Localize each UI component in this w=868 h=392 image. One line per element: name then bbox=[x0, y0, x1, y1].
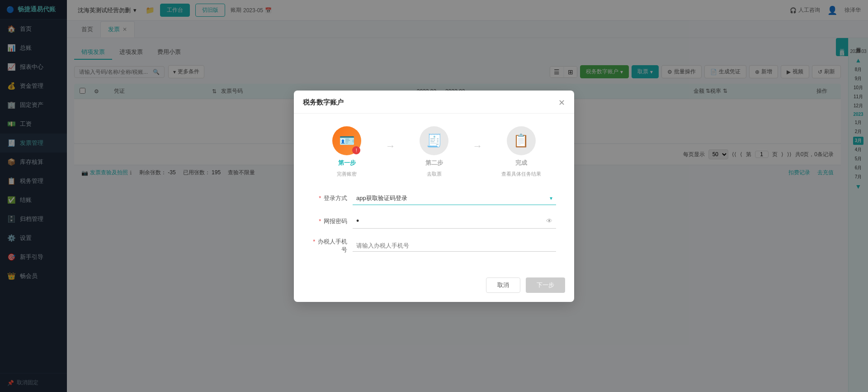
password-dot: • bbox=[356, 216, 360, 226]
step-1-sub: 完善账密 bbox=[337, 171, 357, 177]
select-arrow-icon: ▾ bbox=[550, 195, 552, 201]
modal-close-button[interactable]: ✕ bbox=[558, 98, 565, 108]
step-arrow-1: → bbox=[386, 140, 396, 163]
step-2-sub: 去取票 bbox=[427, 171, 442, 177]
step-2-label: 第二步 bbox=[425, 159, 443, 167]
step-2-receipt-icon: 🧾 bbox=[426, 133, 442, 148]
password-row: * 网报密码 • 👁 bbox=[312, 214, 556, 229]
step-3-sub: 查看具体任务结果 bbox=[501, 171, 541, 177]
modal-overlay: 税务数字账户 ✕ 🪪 ! 第一步 完善账密 → bbox=[0, 0, 868, 392]
modal-body: 🪪 ! 第一步 完善账密 → 🧾 第二步 去取票 → bbox=[294, 114, 574, 272]
step-2: 🧾 第二步 去取票 bbox=[399, 126, 469, 177]
password-eye-icon[interactable]: 👁 bbox=[546, 217, 552, 225]
step-3-clipboard-icon: 📋 bbox=[513, 133, 529, 148]
step-1-badge: ! bbox=[352, 146, 360, 154]
step-arrow-2: → bbox=[472, 140, 482, 163]
password-label: * 网报密码 bbox=[312, 217, 353, 225]
phone-field[interactable] bbox=[353, 240, 556, 252]
phone-label: * 办税人手机号 bbox=[312, 238, 353, 254]
next-button[interactable]: 下一步 bbox=[526, 277, 565, 293]
step-1-icon: 🪪 ! bbox=[332, 126, 361, 155]
modal-header: 税务数字账户 ✕ bbox=[294, 91, 574, 114]
login-method-select[interactable]: app获取验证码登录 ▾ bbox=[353, 192, 556, 205]
step-1-person-icon: 🪪 bbox=[339, 133, 355, 148]
login-method-label: * 登录方式 bbox=[312, 194, 353, 202]
tax-account-modal: 税务数字账户 ✕ 🪪 ! 第一步 完善账密 → bbox=[294, 91, 574, 302]
password-field[interactable]: • 👁 bbox=[353, 214, 556, 229]
step-3-label: 完成 bbox=[515, 159, 527, 167]
modal-title: 税务数字账户 bbox=[303, 98, 344, 107]
phone-input[interactable] bbox=[356, 242, 552, 249]
step-2-icon: 🧾 bbox=[420, 126, 448, 155]
modal-footer: 取消 下一步 bbox=[294, 272, 574, 302]
cancel-button[interactable]: 取消 bbox=[486, 277, 520, 293]
step-1-label: 第一步 bbox=[338, 159, 356, 167]
step-3-icon: 📋 bbox=[507, 126, 536, 155]
step-1: 🪪 ! 第一步 完善账密 bbox=[312, 126, 382, 177]
phone-row: * 办税人手机号 bbox=[312, 238, 556, 254]
login-method-row: * 登录方式 app获取验证码登录 ▾ bbox=[312, 192, 556, 205]
steps-indicator: 🪪 ! 第一步 完善账密 → 🧾 第二步 去取票 → bbox=[312, 126, 556, 177]
step-3: 📋 完成 查看具体任务结果 bbox=[486, 126, 556, 177]
login-method-value: app获取验证码登录 bbox=[356, 194, 407, 202]
